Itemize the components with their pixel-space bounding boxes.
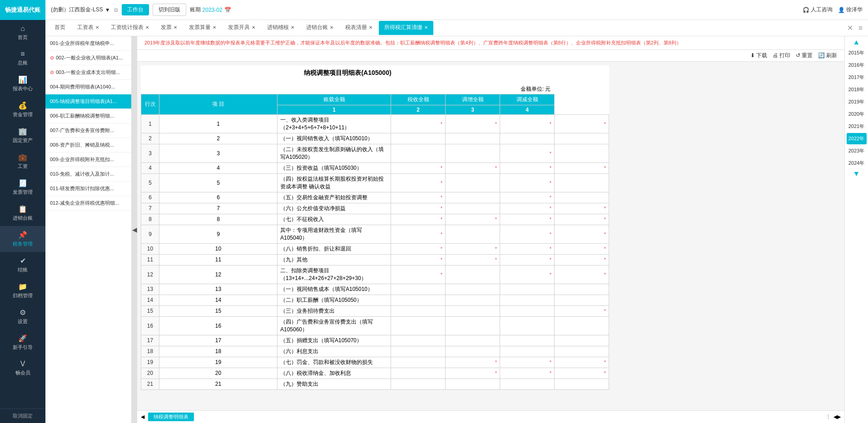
tab-close-icon[interactable]: ✕ xyxy=(174,25,177,30)
data-cell-4[interactable] xyxy=(555,144,609,162)
data-cell-2[interactable]: * xyxy=(446,243,500,254)
data-cell-2[interactable]: * xyxy=(446,368,500,379)
tab-menu-icon[interactable]: ≡ xyxy=(857,24,864,32)
left-panel-item-002[interactable]: ⊘002-一般企业收入明细表(A1... xyxy=(45,51,131,65)
more-sheets-icon[interactable]: ⋮ xyxy=(826,414,831,420)
sidebar-item-purchase[interactable]: 📋进销台账 xyxy=(0,200,45,226)
data-cell-3[interactable] xyxy=(500,284,555,295)
company-selector[interactable]: (勿删）江西股金-LSS ▼ xyxy=(51,6,110,14)
sidebar-item-close[interactable]: ✔结账 xyxy=(0,252,45,278)
data-cell-4[interactable]: * xyxy=(555,114,609,133)
data-cell-2[interactable] xyxy=(446,346,500,357)
data-cell-2[interactable]: * xyxy=(446,162,500,173)
old-version-button[interactable]: 切到旧版 xyxy=(153,4,186,16)
data-cell-1[interactable] xyxy=(391,144,446,162)
sidebar-item-ledger[interactable]: ≡总账 xyxy=(0,45,45,71)
left-panel-item-008[interactable]: 008-资产折旧、摊销及纳税... xyxy=(45,138,131,152)
data-cell-3[interactable] xyxy=(500,305,555,316)
tab-invoice_open[interactable]: 发票开具✕ xyxy=(223,21,261,35)
tab-invoice[interactable]: 发票✕ xyxy=(155,21,183,35)
sidebar-item-invoice[interactable]: 🧾发票管理 xyxy=(0,174,45,200)
data-cell-2[interactable] xyxy=(446,379,500,389)
year-btn-2021年[interactable]: 2021年 xyxy=(847,121,867,132)
data-cell-4[interactable] xyxy=(555,379,609,389)
data-cell-4[interactable] xyxy=(555,295,609,305)
scroll-left-icon[interactable]: ◀ xyxy=(141,414,144,420)
data-cell-4[interactable] xyxy=(555,192,609,203)
tab-salary[interactable]: 工资表✕ xyxy=(72,21,104,35)
data-cell-1[interactable] xyxy=(391,368,446,379)
data-cell-3[interactable]: * xyxy=(500,114,555,133)
sidebar-item-salary[interactable]: 💼工资 xyxy=(0,148,45,174)
data-cell-4[interactable]: * xyxy=(555,203,609,214)
year-scroll-down[interactable]: ▼ xyxy=(853,170,860,178)
data-cell-1[interactable] xyxy=(391,346,446,357)
tab-close-icon[interactable]: ✕ xyxy=(330,25,333,30)
tab-income_tax[interactable]: 所得税汇算清缴✕ xyxy=(379,21,433,35)
left-panel-item-003[interactable]: ⊘003-一般企业成本支出明细... xyxy=(45,65,131,80)
left-panel-item-011[interactable]: 011-研发费用加计扣除优惠... xyxy=(45,182,131,196)
collapse-panel-button[interactable]: ◀ xyxy=(132,36,137,423)
left-panel-item-004[interactable]: 004-期间费用明细表(A1040... xyxy=(45,80,131,94)
data-cell-3[interactable] xyxy=(500,295,555,305)
data-cell-4[interactable]: * xyxy=(555,243,609,254)
sidebar-item-asset[interactable]: 🏢固定资产 xyxy=(0,123,45,148)
data-cell-2[interactable] xyxy=(446,203,500,214)
left-panel-item-010[interactable]: 010-免税、减计收入及加计... xyxy=(45,167,131,182)
data-cell-2[interactable]: * xyxy=(446,114,500,133)
tab-close-icon[interactable]: ✕ xyxy=(291,25,294,30)
data-cell-3[interactable]: * xyxy=(500,144,555,162)
left-panel-item-009[interactable]: 009-企业所得税附补充抵扣... xyxy=(45,152,131,167)
refresh-button[interactable]: 🔄 刷新 xyxy=(818,52,837,59)
sheet-tab-item[interactable]: 纳税调整明细表 xyxy=(148,413,194,421)
data-cell-2[interactable] xyxy=(446,316,500,335)
year-scroll-up[interactable]: ▲ xyxy=(853,38,860,46)
year-btn-2022年[interactable]: 2022年 xyxy=(847,133,867,144)
data-cell-3[interactable] xyxy=(500,133,555,144)
year-btn-2020年[interactable]: 2020年 xyxy=(847,108,867,120)
data-cell-2[interactable]: * xyxy=(446,357,500,368)
data-cell-4[interactable]: * xyxy=(555,305,609,316)
data-cell-1[interactable]: * xyxy=(391,114,446,133)
data-cell-3[interactable]: * xyxy=(500,368,555,379)
sidebar-item-capital[interactable]: 💰资金管理 xyxy=(0,97,45,123)
tab-close-icon[interactable]: ✕ xyxy=(213,25,216,30)
data-cell-3[interactable]: * xyxy=(500,254,555,265)
data-cell-3[interactable]: * xyxy=(500,265,555,284)
data-cell-2[interactable] xyxy=(446,335,500,346)
data-cell-4[interactable] xyxy=(555,284,609,295)
data-cell-3[interactable]: * xyxy=(500,203,555,214)
data-cell-3[interactable]: * xyxy=(500,192,555,203)
data-cell-3[interactable] xyxy=(500,335,555,346)
data-cell-2[interactable] xyxy=(446,144,500,162)
data-cell-4[interactable]: * xyxy=(555,254,609,265)
tab-home[interactable]: 首页 xyxy=(49,21,71,35)
data-cell-3[interactable] xyxy=(500,346,555,357)
data-cell-1[interactable]: * xyxy=(391,162,446,173)
data-cell-3[interactable]: * xyxy=(500,243,555,254)
left-panel-item-012[interactable]: 012-减免企业所得税优惠明细... xyxy=(45,196,131,211)
data-cell-2[interactable] xyxy=(446,305,500,316)
left-panel-item-005[interactable]: 005-纳税调整项目明细表(A1... xyxy=(45,94,131,109)
data-cell-3[interactable]: * xyxy=(500,214,555,225)
year-btn-2023年[interactable]: 2023年 xyxy=(847,145,867,157)
print-button[interactable]: 🖨 打印 xyxy=(773,52,790,59)
sidebar-item-archive[interactable]: 📁归档管理 xyxy=(0,278,45,304)
workbench-button[interactable]: 工作台 xyxy=(122,4,149,15)
data-cell-3[interactable] xyxy=(500,379,555,389)
data-cell-3[interactable]: * xyxy=(500,173,555,192)
data-cell-4[interactable] xyxy=(555,346,609,357)
data-cell-2[interactable] xyxy=(446,225,500,243)
data-cell-2[interactable] xyxy=(446,192,500,203)
data-cell-1[interactable]: * xyxy=(391,214,446,225)
tab-close-icon[interactable]: ✕ xyxy=(145,25,149,30)
copy-icon[interactable]: ⧉ xyxy=(114,7,118,13)
data-cell-4[interactable] xyxy=(555,133,609,144)
table-container[interactable]: 纳税调整项目明细表(A105000)金额单位: 元行次项 目账载全额税收全额调增… xyxy=(137,62,844,411)
left-panel-item-006[interactable]: 006-职工薪酬纳税调整明细... xyxy=(45,109,131,123)
data-cell-4[interactable]: * xyxy=(555,368,609,379)
data-cell-2[interactable] xyxy=(446,284,500,295)
close-all-tabs-icon[interactable]: ✕ xyxy=(844,24,856,32)
data-cell-1[interactable] xyxy=(391,295,446,305)
year-btn-2015年[interactable]: 2015年 xyxy=(847,47,867,59)
